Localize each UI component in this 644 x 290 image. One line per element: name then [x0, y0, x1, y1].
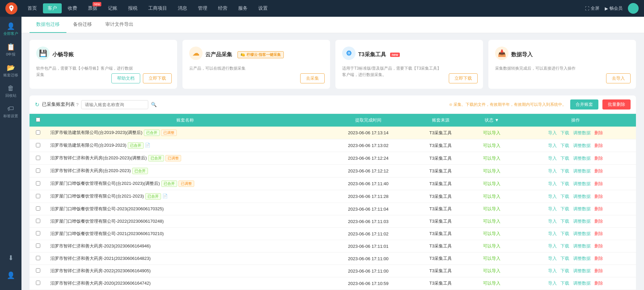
download-link-3[interactable]: 下载 [560, 168, 569, 173]
delete-link-0[interactable]: 删除 [594, 130, 603, 135]
app-logo[interactable] [5, 2, 17, 14]
download-link-6[interactable]: 下载 [560, 206, 569, 211]
row-checkbox-10[interactable] [36, 256, 40, 260]
adjust-link-5[interactable]: 调整数据 [573, 194, 591, 199]
sidebar-item-tag-settings[interactable]: 🏷 标签设置 [0, 102, 21, 121]
merge-account-button[interactable]: 合并账套 [570, 99, 598, 110]
delete-link-10[interactable]: 删除 [594, 256, 603, 261]
member-button[interactable]: ▶ 畅会员 [605, 5, 623, 11]
sidebar-item-user[interactable]: 👤 [5, 269, 16, 282]
row-checkbox-12[interactable] [36, 281, 40, 285]
delete-link-9[interactable]: 删除 [594, 243, 603, 248]
adjust-link-9[interactable]: 调整数据 [573, 243, 591, 248]
adjust-link-8[interactable]: 调整数据 [573, 231, 591, 236]
sidebar-item-recycle[interactable]: 🗑 回收站 [0, 82, 21, 101]
nav-item-service[interactable]: 服务 [233, 3, 252, 13]
adjust-link-4[interactable]: 调整数据 [573, 181, 591, 186]
row-checkbox-8[interactable] [36, 231, 40, 235]
nav-item-home[interactable]: 首页 [23, 3, 42, 13]
file-icon[interactable]: 📄 [145, 143, 150, 148]
import-link-2[interactable]: 导入 [548, 156, 557, 161]
nav-item-customer[interactable]: 客户 [43, 3, 62, 13]
row-checkbox-9[interactable] [36, 243, 40, 248]
help-doc-button[interactable]: 帮助文档 [111, 73, 140, 83]
tab-data-migrate[interactable]: 数据包迁移 [30, 17, 66, 33]
import-link-11[interactable]: 导入 [548, 268, 557, 273]
delete-link-5[interactable]: 删除 [594, 194, 603, 199]
sidebar-item-zero-declare[interactable]: 📋 0申报 [0, 40, 21, 60]
download-now-button-xiao[interactable]: 立即下载 [143, 73, 172, 83]
delete-link-8[interactable]: 删除 [594, 231, 603, 236]
delete-link-3[interactable]: 删除 [594, 168, 603, 173]
row-checkbox-11[interactable] [36, 268, 40, 273]
table-search-input[interactable] [81, 100, 148, 109]
delete-link-6[interactable]: 删除 [594, 206, 603, 211]
sidebar-item-all-customers[interactable]: 👤 全部客户 [0, 19, 21, 39]
import-link-7[interactable]: 导入 [548, 219, 557, 224]
batch-delete-button[interactable]: 批量删除 [602, 99, 631, 110]
sidebar-item-account-migrate[interactable]: 📂 账套迁移 [0, 61, 21, 80]
download-link-2[interactable]: 下载 [560, 156, 569, 161]
download-now-button-t3[interactable]: 立即下载 [449, 73, 478, 83]
row-checkbox-6[interactable] [36, 206, 40, 211]
adjust-link-11[interactable]: 调整数据 [573, 268, 591, 273]
import-link-9[interactable]: 导入 [548, 243, 557, 248]
fullscreen-button[interactable]: ⛶ 全屏 [585, 5, 599, 11]
delete-link-1[interactable]: 删除 [594, 143, 603, 148]
adjust-link-3[interactable]: 调整数据 [573, 168, 591, 173]
row-checkbox-7[interactable] [36, 219, 40, 223]
adjust-link-6[interactable]: 调整数据 [573, 206, 591, 211]
import-link-6[interactable]: 导入 [548, 206, 557, 211]
row-checkbox-1[interactable] [36, 143, 40, 147]
nav-item-message[interactable]: 消息 [173, 3, 192, 13]
import-link-10[interactable]: 导入 [548, 256, 557, 261]
download-link-9[interactable]: 下载 [560, 243, 569, 248]
import-link-0[interactable]: 导入 [548, 130, 557, 135]
delete-link-7[interactable]: 删除 [594, 219, 603, 224]
tab-backup-migrate[interactable]: 备份迁移 [66, 17, 99, 33]
delete-link-11[interactable]: 删除 [594, 268, 603, 273]
adjust-link-12[interactable]: 调整数据 [573, 281, 591, 286]
adjust-link-0[interactable]: 调整数据 [573, 130, 591, 135]
go-import-button[interactable]: 去导入 [606, 73, 631, 83]
download-link-1[interactable]: 下载 [560, 143, 569, 148]
import-link-12[interactable]: 导入 [548, 281, 557, 286]
user-avatar[interactable] [628, 3, 639, 14]
download-link-5[interactable]: 下载 [560, 194, 569, 199]
nav-item-settings[interactable]: 设置 [254, 3, 272, 13]
row-checkbox-0[interactable] [36, 130, 40, 135]
download-link-7[interactable]: 下载 [560, 219, 569, 224]
adjust-link-10[interactable]: 调整数据 [573, 256, 591, 261]
row-checkbox-4[interactable] [36, 181, 40, 186]
table-help-icon[interactable]: ? [76, 102, 78, 107]
file-icon[interactable]: 📄 [162, 194, 168, 199]
delete-link-2[interactable]: 删除 [594, 156, 603, 161]
import-link-1[interactable]: 导入 [548, 143, 557, 148]
nav-item-bizproject[interactable]: 工商项目 [144, 3, 172, 13]
nav-item-bookkeeping[interactable]: 记账 [103, 3, 122, 13]
refresh-icon[interactable]: ↻ [35, 101, 39, 108]
delete-link-12[interactable]: 删除 [594, 281, 603, 286]
adjust-link-7[interactable]: 调整数据 [573, 219, 591, 224]
nav-item-operation[interactable]: 经营 [213, 3, 232, 13]
download-link-11[interactable]: 下载 [560, 268, 569, 273]
import-link-5[interactable]: 导入 [548, 194, 557, 199]
table-search-button[interactable]: 🔍 [151, 102, 157, 107]
go-collect-button[interactable]: 去采集 [300, 73, 325, 83]
sidebar-item-download[interactable]: ⬇ [5, 251, 16, 265]
nav-item-manage[interactable]: 管理 [193, 3, 212, 13]
import-link-3[interactable]: 导入 [548, 168, 557, 173]
select-all-checkbox[interactable] [36, 118, 40, 122]
download-link-0[interactable]: 下载 [560, 130, 569, 135]
nav-item-tax[interactable]: 报税 [123, 3, 142, 13]
adjust-link-2[interactable]: 调整数据 [573, 156, 591, 161]
row-checkbox-2[interactable] [36, 156, 40, 160]
delete-link-4[interactable]: 删除 [594, 181, 603, 186]
tab-audit-export[interactable]: 审计文件导出 [99, 17, 140, 33]
download-link-8[interactable]: 下载 [560, 231, 569, 236]
row-checkbox-5[interactable] [36, 194, 40, 198]
import-link-4[interactable]: 导入 [548, 181, 557, 186]
import-link-8[interactable]: 导入 [548, 231, 557, 236]
nav-item-fee[interactable]: 收费 [63, 3, 82, 13]
download-link-10[interactable]: 下载 [560, 256, 569, 261]
